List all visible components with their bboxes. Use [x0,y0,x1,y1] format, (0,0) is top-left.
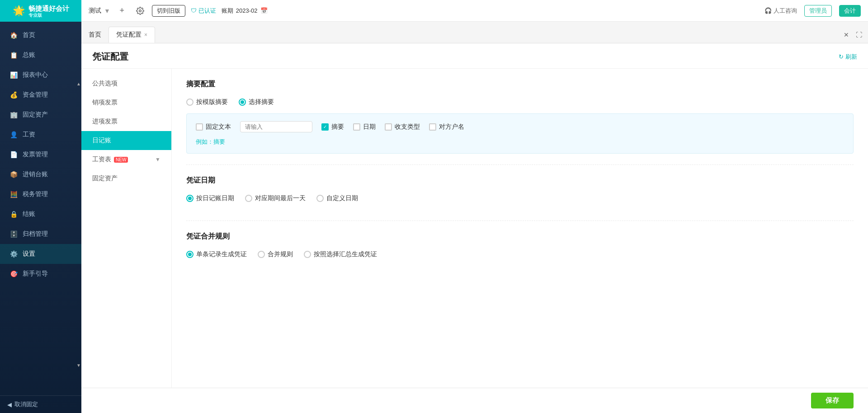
manager-btn[interactable]: 管理员 [804,5,832,17]
main-area: 测试 ▼ + 切到旧版 🛡 已认证 账期 2023-02 📅 🎧 人工咨询 管理… [81,0,868,413]
sidebar-item-close[interactable]: 🔒 结账 [0,204,81,224]
sidebar-item-ledger[interactable]: 📋 总账 [0,45,81,65]
tab-close-window-btn[interactable]: ✕ [841,29,852,40]
checkbox-summary[interactable]: 摘要 [321,123,344,131]
tab-close-icon[interactable]: × [144,32,147,38]
menu-chevron-icon: ▼ [155,156,160,163]
merge-radio-single[interactable]: 单条记录生成凭证 [186,250,247,258]
sidebar-item-guide[interactable]: 🎯 新手引导 [0,264,81,284]
refresh-icon: ↻ [839,53,844,60]
merge-config-section: 凭证合并规则 单条记录生成凭证 合并规则 按照选择汇总生成凭证 [186,232,854,277]
sidebar-item-report[interactable]: 📊 报表中心 [0,65,81,85]
sidebar-item-label: 发票管理 [23,150,48,159]
merge-radio-rule[interactable]: 合并规则 [258,250,293,258]
sidebar-item-label: 报表中心 [23,71,48,79]
checkbox-income-type[interactable]: 收支类型 [385,123,420,131]
menu-item-fixed[interactable]: 固定资产 [81,169,171,188]
sidebar-item-settings[interactable]: ⚙️ 设置 [0,244,81,264]
sidebar-item-funds[interactable]: 💰 资金管理 [0,85,81,105]
checkbox-counterpart-box [429,123,436,131]
radio-journal-date-circle [186,195,193,202]
tab-bar: 首页 凭证配置 × ✕ ⛶ [81,22,868,43]
certified-icon: 🛡 [191,7,197,14]
calendar-icon[interactable]: 📅 [260,7,268,14]
payroll-icon: 👤 [9,130,18,139]
consult-label: 人工咨询 [774,7,797,15]
sidebar-item-trade[interactable]: 📦 进销台账 [0,164,81,184]
radio-merge-rule-circle [258,251,265,258]
date-radio-custom[interactable]: 自定义日期 [316,194,358,202]
assets-icon: 🏢 [9,110,18,119]
close-accounts-icon: 🔒 [9,210,18,219]
tab-home[interactable]: 首页 [81,27,108,43]
radio-select-all-label: 按照选择汇总生成凭证 [314,250,377,258]
menu-item-purchase-label: 进项发票 [92,117,118,126]
tab-voucher-config[interactable]: 凭证配置 × [108,27,155,43]
checkbox-fixed-text[interactable]: 固定文本 [196,123,231,131]
period-label: 账期 [222,7,233,15]
refresh-btn[interactable]: ↻ 刷新 [839,53,857,61]
menu-item-payroll[interactable]: 工资表 NEW ▼ [81,150,171,169]
accountant-btn[interactable]: 会计 [839,5,861,17]
sidebar-item-label: 设置 [23,250,35,258]
new-badge: NEW [114,157,128,163]
sidebar-item-label: 资金管理 [23,91,48,99]
period-value: 2023-02 [236,7,258,14]
menu-item-fixed-label: 固定资产 [92,174,118,183]
top-bar-right: 🎧 人工咨询 管理员 会计 [764,5,861,17]
ledger-icon: 📋 [9,51,18,60]
period-info: 账期 2023-02 📅 [222,7,268,15]
sidebar-item-label: 新手引导 [23,270,48,278]
radio-select-all-circle [304,251,311,258]
radio-custom-date-label: 自定义日期 [326,194,358,202]
radio-single-circle [186,251,193,258]
menu-item-sales[interactable]: 销项发票 [81,93,171,112]
tab-home-label: 首页 [89,31,101,39]
sidebar-item-label: 固定资产 [23,111,48,119]
checkbox-counterpart[interactable]: 对方户名 [429,123,464,131]
tab-fullscreen-btn[interactable]: ⛶ [854,29,864,40]
certified-badge: 🛡 已认证 [191,7,216,15]
logo-icon: 🌟 [13,5,25,17]
sidebar-item-assets[interactable]: 🏢 固定资产 [0,105,81,125]
sidebar-item-label: 税务管理 [23,190,48,198]
sidebar-item-tax[interactable]: 🧮 税务管理 [0,184,81,204]
merge-radio-select-all[interactable]: 按照选择汇总生成凭证 [304,250,377,258]
report-icon: 📊 [9,70,18,80]
page-title: 凭证配置 [92,51,128,63]
checkbox-date[interactable]: 日期 [353,123,376,131]
sidebar-item-payroll[interactable]: 👤 工资 [0,125,81,145]
consult-btn[interactable]: 🎧 人工咨询 [764,7,797,15]
summary-radio-template[interactable]: 按模版摘要 [186,98,228,106]
save-btn[interactable]: 保存 [811,393,854,408]
certified-label: 已认证 [198,7,216,15]
radio-single-label: 单条记录生成凭证 [196,250,247,258]
checkbox-row-main: 固定文本 摘要 日期 [196,121,844,132]
date-radio-period-last[interactable]: 对应期间最后一天 [245,194,306,202]
sidebar-item-home[interactable]: 🏠 首页 [0,25,81,45]
radio-merge-rule-label: 合并规则 [268,250,293,258]
old-version-btn[interactable]: 切到旧版 [152,5,185,17]
fixed-text-input[interactable] [240,121,312,132]
add-project-btn[interactable]: + [116,5,128,17]
sidebar-item-archive[interactable]: 🗄️ 归档管理 [0,224,81,244]
page-content: 凭证配置 ↻ 刷新 公共选项 销项发票 进项发票 日记账 [81,43,868,413]
sidebar-item-invoice[interactable]: 📄 发票管理 [0,145,81,164]
logo-text: 畅捷通好会计 专业版 [28,5,69,18]
project-name-text: 测试 [89,7,101,15]
funds-icon: 💰 [9,90,18,99]
scroll-down-arrow[interactable]: ▼ [76,363,81,368]
content-body: 公共选项 销项发票 进项发票 日记账 工资表 NEW ▼ 固定资产 [81,69,868,413]
scroll-up-arrow[interactable]: ▲ [76,81,81,86]
date-radio-journal[interactable]: 按日记账日期 [186,194,234,202]
menu-item-purchase[interactable]: 进项发票 [81,112,171,131]
summary-radio-select[interactable]: 选择摘要 [239,98,274,106]
summary-radio-group: 按模版摘要 选择摘要 [186,98,854,106]
radio-custom-date-circle [316,195,324,202]
settings-gear-btn[interactable] [134,5,146,17]
project-chevron-icon[interactable]: ▼ [104,7,110,14]
logo-sub: 专业版 [28,13,69,18]
sidebar-unfix-btn[interactable]: ◀ 取消固定 [0,395,81,413]
menu-item-public[interactable]: 公共选项 [81,74,171,93]
menu-item-journal[interactable]: 日记账 [81,131,171,150]
